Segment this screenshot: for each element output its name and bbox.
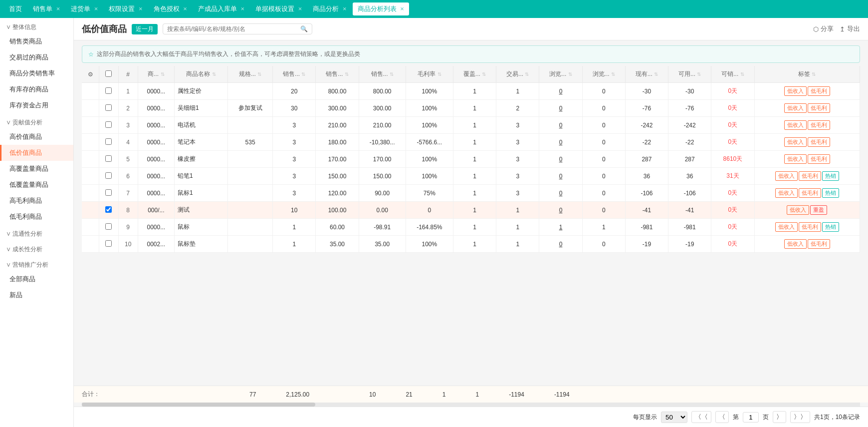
col-name[interactable]: 商品名称 ⇅ [175,66,228,83]
row-checkbox-input[interactable] [105,121,112,128]
page-input[interactable] [743,412,759,423]
row-checkbox[interactable] [99,185,118,202]
browse1-link[interactable]: 0 [559,190,563,197]
search-input[interactable] [167,25,300,32]
row-checkbox-input[interactable] [105,189,112,196]
sidebar-item-stock-funds[interactable]: 库存资金占用 [0,97,73,113]
col-trade[interactable]: 交易... ⇅ [496,66,539,83]
col-checkbox[interactable] [99,66,118,83]
sidebar-item-new-goods[interactable]: 新品 [0,287,73,303]
row-checkbox[interactable] [99,134,118,151]
col-browse2[interactable]: 浏览... ⇅ [582,66,625,83]
sidebar-item-low-coverage[interactable]: 低覆盖量商品 [0,177,73,193]
col-cover[interactable]: 覆盖... ⇅ [453,66,496,83]
row-checkbox-input[interactable] [105,155,112,162]
sidebar-item-high-coverage[interactable]: 高覆盖量商品 [0,161,73,177]
row-checkbox[interactable] [99,151,118,168]
row-tags: 低收入低毛利热销 [754,219,860,236]
browse1-link[interactable]: 0 [559,241,563,248]
browse1-link[interactable]: 0 [559,173,563,180]
browse1-link[interactable]: 0 [559,122,563,129]
nav-role[interactable]: 角色授权 × [149,2,192,15]
sidebar-item-category-rate[interactable]: 商品分类销售率 [0,65,73,81]
nav-product-in[interactable]: 产成品入库单 × [193,2,249,15]
row-checkbox-input[interactable] [105,206,112,213]
row-cover: 1 [453,185,496,202]
per-page-select[interactable]: 50 100 [661,412,687,423]
row-browse1[interactable]: 1 [539,219,582,236]
row-stock2: -242 [668,117,711,134]
row-browse1[interactable]: 0 [539,83,582,100]
col-browse1[interactable]: 浏览... ⇅ [539,66,582,83]
export-button[interactable]: ↥ 导出 [840,24,860,33]
row-sales3: 800.00 [359,83,406,100]
nav-sales[interactable]: 销售单 × [28,2,65,15]
prev-page-btn[interactable]: 〈 [715,411,729,423]
nav-analysis[interactable]: 商品分析 × [308,2,351,15]
row-checkbox-input[interactable] [105,240,112,247]
share-button[interactable]: ⬡ 分享 [813,24,834,33]
sidebar-item-all-goods[interactable]: 全部商品 [0,271,73,287]
sidebar-item-low-margin[interactable]: 低毛利商品 [0,209,73,225]
col-stock1[interactable]: 现有... ⇅ [625,66,668,83]
browse1-link[interactable]: 0 [559,88,563,95]
row-checkbox[interactable] [99,100,118,117]
last-page-btn[interactable]: 〉〉 [790,411,810,423]
select-all-checkbox[interactable] [105,70,112,77]
nav-template[interactable]: 单据模板设置 × [250,2,307,15]
sidebar-item-traded[interactable]: 交易过的商品 [0,49,73,65]
nav-permission[interactable]: 权限设置 × [104,2,147,15]
sidebar-item-stock-goods[interactable]: 有库存的商品 [0,81,73,97]
filter-tag[interactable]: 近一月 [132,24,158,34]
page-title: 低价值商品 [82,23,127,35]
sidebar-item-low-value[interactable]: 低价值商品 [0,145,73,161]
row-checkbox[interactable] [99,202,118,219]
col-sales1[interactable]: 销售... ⇅ [273,66,316,83]
col-code[interactable]: 商... ⇅ [138,66,174,83]
row-checkbox-input[interactable] [105,87,112,94]
sidebar-item-sales-goods[interactable]: 销售类商品 [0,33,73,49]
row-checkbox[interactable] [99,168,118,185]
row-browse1[interactable]: 0 [539,185,582,202]
browse1-link[interactable]: 1 [559,224,563,231]
row-settings [82,151,99,168]
nav-analysis-list[interactable]: 商品分析列表 × [353,2,409,15]
col-gross[interactable]: 毛利率 ⇅ [406,66,453,83]
col-spec[interactable]: 规格... ⇅ [227,66,272,83]
row-checkbox[interactable] [99,117,118,134]
next-page-btn[interactable]: 〉 [773,411,786,423]
row-checkbox[interactable] [99,236,118,253]
search-box[interactable]: 🔍 [163,23,312,34]
content-area: 低价值商品 近一月 🔍 ⬡ 分享 ↥ 导出 ☆ 这部分商品的销售收入大幅低于商品… [74,18,868,427]
row-browse1[interactable]: 0 [539,202,582,219]
row-browse2: 0 [582,168,625,185]
browse1-link[interactable]: 0 [559,105,563,112]
row-checkbox-input[interactable] [105,104,112,111]
row-checkbox[interactable] [99,83,118,100]
row-checkbox-input[interactable] [105,223,112,230]
sidebar-item-high-value[interactable]: 高价值商品 [0,129,73,145]
row-checkbox-input[interactable] [105,172,112,179]
col-sales2[interactable]: 销售... ⇅ [316,66,359,83]
row-browse1[interactable]: 0 [539,236,582,253]
col-stock3[interactable]: 可销... ⇅ [711,66,754,83]
col-settings[interactable]: ⚙ [82,66,99,83]
browse1-link[interactable]: 0 [559,207,563,214]
row-browse1[interactable]: 0 [539,117,582,134]
row-browse1[interactable]: 0 [539,151,582,168]
browse1-link[interactable]: 0 [559,139,563,146]
col-sales3[interactable]: 销售... ⇅ [359,66,406,83]
row-checkbox[interactable] [99,219,118,236]
tag-badge: 低收入 [784,103,807,113]
row-browse1[interactable]: 0 [539,134,582,151]
browse1-link[interactable]: 0 [559,156,563,163]
nav-home[interactable]: 首页 [4,2,27,15]
sidebar-item-high-margin[interactable]: 高毛利商品 [0,193,73,209]
first-page-btn[interactable]: 〈〈 [691,411,711,423]
row-browse1[interactable]: 0 [539,100,582,117]
col-stock2[interactable]: 可用... ⇅ [668,66,711,83]
row-browse1[interactable]: 0 [539,168,582,185]
col-tag[interactable]: 标签 ⇅ [754,66,860,83]
nav-purchase[interactable]: 进货单 × [66,2,103,15]
row-checkbox-input[interactable] [105,138,112,145]
